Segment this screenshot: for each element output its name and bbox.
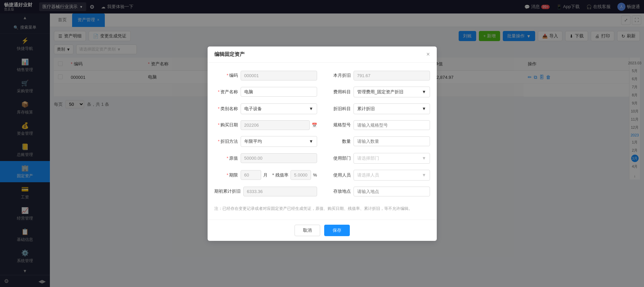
period-input[interactable]: [241, 170, 261, 180]
form-item-name: 资产名称: [214, 87, 317, 97]
form-label-spec: 规格型号: [327, 122, 351, 128]
form-label-quantity: 数量: [327, 138, 351, 145]
form-label-category: 类别名称: [214, 106, 238, 112]
form-label-dep-method: 折旧方法: [214, 138, 238, 145]
original-value-input[interactable]: [241, 153, 317, 163]
form-item-expense-subject: 费用科目 管理费用_固定资产折旧 ▼: [327, 87, 430, 97]
monthly-dep-input[interactable]: [354, 71, 430, 81]
form-item-code: 编码: [214, 71, 317, 81]
quantity-input[interactable]: [354, 136, 430, 146]
form-item-person: 使用人员 请选择人员 ▼: [327, 170, 430, 181]
form-label-monthly-dep: 本月折旧: [327, 72, 351, 78]
expense-subject-select[interactable]: 管理费用_固定资产折旧 ▼: [354, 87, 430, 97]
form-item-dep-method: 折旧方法 年限平均 ▼: [214, 136, 317, 147]
form-item-initial-dep: 期初累计折旧: [214, 187, 317, 196]
category-select[interactable]: 电子设备 ▼: [241, 103, 317, 114]
dept-select[interactable]: 请选择部门 ▼: [354, 153, 430, 164]
dep-subject-select[interactable]: 累计折旧 ▼: [354, 103, 430, 114]
form-label-code: 编码: [214, 72, 238, 78]
calendar-icon[interactable]: 📅: [312, 123, 317, 128]
modal-overlay: 编辑固定资产 × 编码 本月折旧 资产名称: [0, 0, 644, 287]
form-label-dept: 使用部门: [327, 155, 351, 161]
form-item-category: 类别名称 电子设备 ▼: [214, 103, 317, 114]
dept-chevron: ▼: [422, 156, 426, 161]
form-item-quantity: 数量: [327, 136, 430, 147]
cancel-button[interactable]: 取消: [295, 225, 320, 236]
form-label-dep-subject: 折旧科目: [327, 106, 351, 112]
expense-subject-chevron: ▼: [422, 89, 426, 94]
modal-body: 编码 本月折旧 资产名称 费用科目 管理费用_固定资产折旧: [208, 63, 437, 220]
form-label-location: 存放地点: [327, 188, 351, 194]
person-chevron: ▼: [422, 172, 426, 178]
save-button[interactable]: 保存: [324, 225, 350, 236]
form-item-original-value: 原值: [214, 153, 317, 164]
form-item-purchase-date: 购买日期 📅: [214, 120, 317, 130]
form-item-spec: 规格型号: [327, 120, 430, 130]
modal-close-btn[interactable]: ×: [426, 51, 430, 57]
form-label-period: 期限: [214, 172, 238, 178]
form-label-original-value: 原值: [214, 155, 238, 161]
period-unit: 月: [263, 172, 268, 178]
form-note: 注：已经存在变更记录或者对应固定资产已经生成凭证，原值、购买日期、残值率、累计折…: [214, 202, 430, 212]
spec-input[interactable]: [354, 120, 430, 130]
form-item-dep-subject: 折旧科目 累计折旧 ▼: [327, 103, 430, 114]
modal-header: 编辑固定资产 ×: [208, 46, 437, 63]
modal-footer: 取消 保存: [208, 220, 437, 241]
form-label-expense-subject: 费用科目: [327, 89, 351, 95]
form-label-purchase-date: 购买日期: [214, 122, 238, 128]
asset-name-input[interactable]: [241, 87, 317, 97]
modal-title: 编辑固定资产: [214, 51, 245, 58]
initial-dep-input[interactable]: [243, 187, 317, 196]
form-item-dept: 使用部门 请选择部门 ▼: [327, 153, 430, 164]
residual-input[interactable]: [290, 170, 311, 180]
dep-method-chevron: ▼: [309, 139, 313, 144]
form-label-initial-dep: 期初累计折旧: [214, 188, 241, 194]
purchase-date-input[interactable]: [241, 120, 310, 130]
dep-method-select[interactable]: 年限平均 ▼: [241, 136, 317, 147]
form-item-period: 期限 月 * 残值率 %: [214, 170, 317, 181]
location-input[interactable]: [354, 187, 430, 196]
form-label-person: 使用人员: [327, 172, 351, 178]
residual-label: * 残值率: [272, 172, 288, 178]
form-item-monthly-dep: 本月折旧: [327, 71, 430, 81]
form-label-name: 资产名称: [214, 89, 238, 95]
person-select[interactable]: 请选择人员 ▼: [354, 170, 430, 181]
code-input[interactable]: [241, 71, 317, 81]
form-item-location: 存放地点: [327, 187, 430, 196]
dep-subject-chevron: ▼: [422, 106, 426, 111]
residual-unit: %: [313, 172, 317, 178]
category-chevron: ▼: [309, 106, 313, 111]
edit-asset-modal: 编辑固定资产 × 编码 本月折旧 资产名称: [208, 46, 437, 241]
